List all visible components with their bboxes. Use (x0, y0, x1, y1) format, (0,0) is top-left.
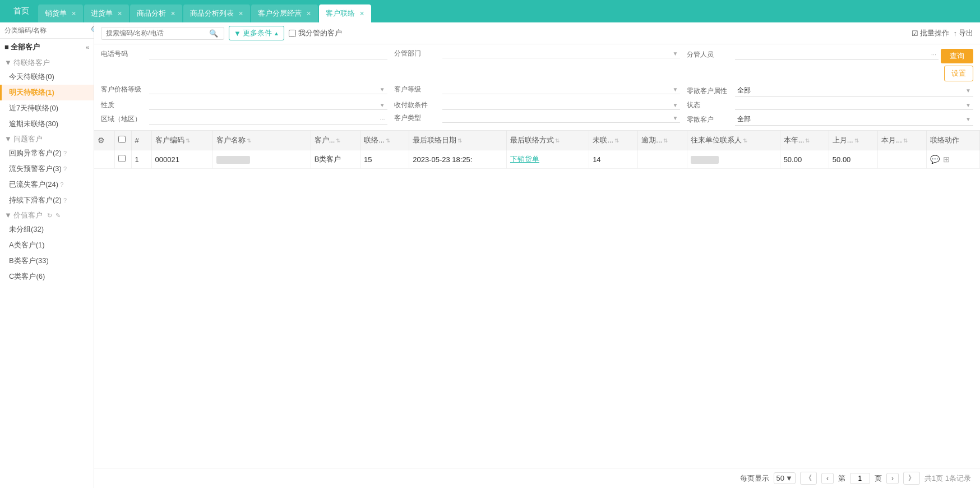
filter-status-select[interactable]: ▼ (735, 101, 973, 110)
export-icon: ↑ (954, 29, 958, 38)
sidebar-search-input[interactable] (4, 26, 89, 34)
action-icons: 💬 ⊞ (930, 155, 976, 164)
settings-gear-icon[interactable]: ⚙ (98, 136, 105, 145)
th-last-method[interactable]: 最后联络方式⇅ (506, 131, 589, 150)
sidebar-item-churned[interactable]: 已流失客户(24) ? (0, 177, 94, 192)
sidebar-group-value[interactable]: ▼ 价值客户 ↻ ✎ (0, 208, 94, 222)
close-tab-analysis-list-icon[interactable]: ✕ (238, 10, 243, 17)
filter-scatter-attr-select[interactable]: 全部 ▼ (735, 85, 973, 97)
main-layout: 🔍 ■ 全部客户 « ▼ 待联络客户 今天待联络(0) 明天待联络(1) 近7天… (0, 22, 980, 488)
contact-action-icon[interactable]: 💬 (930, 155, 940, 164)
row-select-checkbox[interactable] (118, 155, 126, 162)
th-this-month[interactable]: 本月...⇅ (878, 131, 927, 150)
filter-region-select[interactable]: ··· (149, 113, 387, 125)
region-more-icon[interactable]: ··· (380, 116, 385, 122)
batch-operation-button[interactable]: ☑ 批量操作 (912, 28, 949, 38)
query-button[interactable]: 查询 (941, 49, 973, 63)
select-all-checkbox[interactable] (118, 136, 126, 143)
th-overdue[interactable]: 逾期...⇅ (638, 131, 687, 150)
close-tab-purchase-icon[interactable]: ✕ (117, 10, 122, 17)
page-number-input[interactable] (850, 473, 870, 484)
close-tab-analysis-icon[interactable]: ✕ (170, 10, 175, 17)
search-icon[interactable]: 🔍 (209, 29, 218, 38)
search-input[interactable] (106, 29, 207, 37)
page-size-select[interactable]: 50 ▼ (774, 472, 796, 484)
my-customer-checkbox[interactable] (289, 30, 296, 37)
th-last-month[interactable]: 上月...⇅ (829, 131, 877, 150)
sidebar-item-tomorrow[interactable]: 明天待联络(1) (0, 85, 94, 100)
help-icon-2[interactable]: ? (63, 165, 67, 172)
settings-button[interactable]: 设置 (944, 66, 973, 81)
sidebar-item-class-c[interactable]: C类客户(6) (0, 269, 94, 284)
sidebar-group-problem[interactable]: ▼ 问题客户 (0, 132, 94, 145)
table-wrap: ⚙ # 客户编码⇅ 客户名称⇅ (94, 131, 980, 468)
sidebar-item-ungrouped[interactable]: 未分组(32) (0, 222, 94, 237)
th-code[interactable]: 客户编码⇅ (151, 131, 212, 150)
sort-last-month-icon: ⇅ (854, 137, 859, 144)
th-contacts[interactable]: 往来单位联系人⇅ (687, 131, 780, 150)
row-year-amount: 50.00 (780, 150, 829, 169)
search-input-wrap[interactable]: 🔍 (101, 27, 224, 40)
last-method-link[interactable]: 下销货单 (510, 155, 539, 163)
sidebar-item-overdue[interactable]: 逾期未联络(30) (0, 116, 94, 132)
next-page-button[interactable]: › (886, 473, 899, 484)
first-page-button[interactable]: 《 (800, 472, 817, 485)
nav-tab-customer-contact[interactable]: 客户联络 ✕ (319, 4, 371, 22)
nav-tab-customer-segment[interactable]: 客户分层经营 ✕ (251, 4, 318, 22)
close-tab-customer-segment-icon[interactable]: ✕ (306, 10, 311, 17)
filter-phone-input[interactable] (149, 49, 387, 59)
sidebar-item-7days[interactable]: 近7天待联络(0) (0, 100, 94, 116)
sort-this-month-icon: ⇅ (903, 137, 908, 144)
th-uncontacted[interactable]: 未联...⇅ (589, 131, 638, 150)
export-button[interactable]: ↑ 导出 (954, 28, 974, 38)
nav-home[interactable]: 首页 (6, 0, 37, 22)
filter-dept-select[interactable]: ▼ (442, 49, 681, 58)
filter-nature-select[interactable]: ▼ (149, 101, 387, 110)
sidebar-item-declining[interactable]: 持续下滑客户(2) ? (0, 192, 94, 208)
filter-manager-select[interactable]: ··· (735, 49, 939, 60)
filter-customer-level-select[interactable]: ▼ (442, 85, 681, 94)
th-name[interactable]: 客户名称⇅ (212, 131, 311, 150)
more-filter-button[interactable]: ▼ 更多条件 ▲ (229, 26, 284, 40)
th-contact[interactable]: 联络...⇅ (360, 131, 409, 150)
sidebar-all-customers[interactable]: ■ 全部客户 « (0, 39, 94, 56)
edit-icon[interactable]: ✎ (56, 212, 61, 219)
help-icon-1[interactable]: ? (63, 150, 67, 156)
nav-tab-sales[interactable]: 销货单 ✕ (38, 4, 83, 22)
sidebar-item-repurchase-anomaly[interactable]: 回购异常客户(2) ? (0, 145, 94, 161)
filter-action-col: 查询 设置 (941, 49, 973, 81)
refresh-icon[interactable]: ↻ (47, 212, 52, 219)
th-type[interactable]: 客户...⇅ (311, 131, 360, 150)
filter-scatter-customer-select[interactable]: 全部 ▼ (735, 113, 973, 126)
prev-page-button[interactable]: ‹ (821, 473, 834, 484)
nav-tab-analysis-list[interactable]: 商品分析列表 ✕ (183, 4, 250, 22)
sidebar-item-today[interactable]: 今天待联络(0) (0, 69, 94, 85)
nav-tab-analysis[interactable]: 商品分析 ✕ (130, 4, 182, 22)
sidebar-item-class-a[interactable]: A类客户(1) (0, 237, 94, 253)
filter-payment-select[interactable]: ▼ (442, 101, 681, 110)
sidebar-item-class-b[interactable]: B类客户(33) (0, 253, 94, 269)
th-year-amount[interactable]: 本年...⇅ (780, 131, 829, 150)
sort-type-icon: ⇅ (336, 137, 340, 144)
help-icon-4[interactable]: ? (63, 197, 67, 204)
grid-action-icon[interactable]: ⊞ (943, 155, 950, 164)
manager-more-icon[interactable]: ··· (931, 51, 936, 58)
filter-price-level: 客户价格等级 ▼ (101, 85, 387, 94)
sidebar-item-churn-warning[interactable]: 流失预警客户(3) ? (0, 161, 94, 177)
my-customer-checkbox-label[interactable]: 我分管的客户 (289, 28, 342, 38)
row-contact: 15 (360, 150, 409, 169)
nav-tab-purchase[interactable]: 进货单 ✕ (84, 4, 129, 22)
close-tab-sales-icon[interactable]: ✕ (71, 10, 76, 17)
sort-uncontacted-icon: ⇅ (614, 137, 619, 144)
filter-customer-level: 客户等级 ▼ (394, 85, 681, 94)
th-last-date[interactable]: 最后联络日期⇅ (409, 131, 507, 150)
help-icon-3[interactable]: ? (60, 181, 63, 188)
filter-price-level-select[interactable]: ▼ (149, 85, 387, 94)
close-tab-customer-contact-icon[interactable]: ✕ (359, 10, 364, 17)
filter-dept: 分管部门 ▼ (394, 49, 681, 58)
row-last-month: 50.00 (829, 150, 877, 169)
filter-customer-type-select[interactable]: ▼ (442, 114, 681, 123)
last-page-button[interactable]: 》 (903, 472, 920, 485)
sidebar-group-pending[interactable]: ▼ 待联络客户 (0, 56, 94, 69)
th-gear[interactable]: ⚙ (94, 131, 114, 150)
